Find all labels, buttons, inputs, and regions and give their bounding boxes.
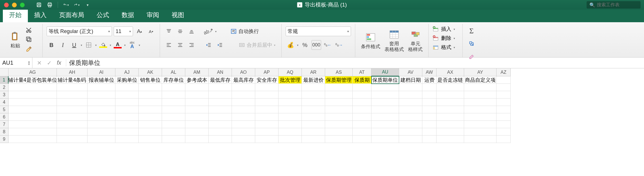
- cell-AW7[interactable]: [422, 121, 437, 128]
- cell-AG5[interactable]: [9, 106, 57, 113]
- col-header-AY[interactable]: AY: [464, 68, 496, 76]
- cell-AM8[interactable]: [185, 128, 209, 136]
- cell-AO9[interactable]: [232, 136, 255, 143]
- cell-AY7[interactable]: [464, 121, 496, 128]
- cell-AY2[interactable]: [464, 84, 496, 91]
- col-header-AG[interactable]: AG: [9, 68, 57, 76]
- cell-AO3[interactable]: [232, 91, 255, 99]
- cell-AI9[interactable]: [88, 136, 115, 143]
- cell-AL2[interactable]: [162, 84, 185, 91]
- cell-AJ3[interactable]: [115, 91, 139, 99]
- col-header-AQ[interactable]: AQ: [279, 68, 302, 76]
- cell-AX8[interactable]: [437, 128, 464, 136]
- col-header-AM[interactable]: AM: [185, 68, 209, 76]
- row-header-6[interactable]: 6: [0, 113, 9, 121]
- cell-AS3[interactable]: [325, 91, 353, 99]
- cell-AG3[interactable]: [9, 91, 57, 99]
- borders-button[interactable]: [84, 40, 94, 50]
- cell-AQ7[interactable]: [279, 121, 302, 128]
- align-left-icon[interactable]: [164, 40, 174, 50]
- cell-AH8[interactable]: [57, 128, 88, 136]
- cell-AS1[interactable]: 保质期管理: [325, 76, 353, 84]
- cell-AL4[interactable]: [162, 99, 185, 106]
- row-header-8[interactable]: 8: [0, 128, 9, 136]
- clear-icon[interactable]: [467, 51, 476, 61]
- cell-AK1[interactable]: 销售单位: [139, 76, 162, 84]
- cell-AU3[interactable]: [371, 91, 399, 99]
- cell-AY3[interactable]: [464, 91, 496, 99]
- tab-page-layout[interactable]: 页面布局: [53, 8, 90, 22]
- cell-AP2[interactable]: [255, 84, 279, 91]
- cell-AI1[interactable]: 报表辅单位: [88, 76, 115, 84]
- decrease-font-icon[interactable]: A▾: [146, 26, 156, 36]
- cell-AJ1[interactable]: 采购单位: [115, 76, 139, 84]
- cell-AO5[interactable]: [232, 106, 255, 113]
- cell-AP3[interactable]: [255, 91, 279, 99]
- row-header-5[interactable]: 5: [0, 106, 9, 113]
- cell-AQ1[interactable]: 批次管理: [279, 76, 302, 84]
- enter-formula-icon[interactable]: ✓: [47, 60, 52, 66]
- cell-AQ5[interactable]: [279, 106, 302, 113]
- cell-AU1[interactable]: 保质期单位: [371, 76, 399, 84]
- col-header-AZ[interactable]: AZ: [496, 68, 511, 76]
- cell-AM3[interactable]: [185, 91, 209, 99]
- cell-AI4[interactable]: [88, 99, 115, 106]
- cell-AJ4[interactable]: [115, 99, 139, 106]
- name-box[interactable]: AU1 ▴▾: [0, 58, 32, 68]
- align-middle-icon[interactable]: [175, 26, 185, 36]
- merge-center-button[interactable]: 合并后居中▾: [237, 40, 277, 50]
- cell-AX3[interactable]: [437, 91, 464, 99]
- save-icon[interactable]: [36, 2, 42, 8]
- font-name-dropdown[interactable]: 等线 Regular (正文)▾: [47, 26, 112, 36]
- format-as-table-button[interactable]: 套用 表格格式: [383, 25, 406, 56]
- cell-AT6[interactable]: [353, 113, 371, 121]
- cell-AV5[interactable]: [399, 106, 422, 113]
- cell-AH6[interactable]: [57, 113, 88, 121]
- bold-button[interactable]: B: [47, 40, 56, 50]
- decrease-indent-icon[interactable]: [204, 40, 213, 50]
- cell-AU4[interactable]: [371, 99, 399, 106]
- cell-AZ1[interactable]: [496, 76, 511, 84]
- col-header-AX[interactable]: AX: [437, 68, 464, 76]
- cell-AJ5[interactable]: [115, 106, 139, 113]
- format-cells-button[interactable]: 格式▾: [433, 44, 458, 51]
- formula-input[interactable]: 保质期单位: [66, 59, 644, 67]
- cell-AU2[interactable]: [371, 84, 399, 91]
- cell-AW5[interactable]: [422, 106, 437, 113]
- cell-AN8[interactable]: [209, 128, 232, 136]
- col-header-AV[interactable]: AV: [399, 68, 422, 76]
- align-bottom-icon[interactable]: [187, 26, 196, 36]
- cell-AZ9[interactable]: [496, 136, 511, 143]
- cell-AW8[interactable]: [422, 128, 437, 136]
- col-header-AP[interactable]: AP: [255, 68, 279, 76]
- cell-AZ4[interactable]: [496, 99, 511, 106]
- fill-color-button[interactable]: [98, 40, 108, 50]
- cell-AH3[interactable]: [57, 91, 88, 99]
- col-header-AI[interactable]: AI: [88, 68, 115, 76]
- cell-AM4[interactable]: [185, 99, 209, 106]
- tab-formulas[interactable]: 公式: [90, 8, 115, 22]
- maximize-window-button[interactable]: [20, 3, 25, 7]
- underline-button[interactable]: U: [69, 40, 79, 50]
- cell-AX9[interactable]: [437, 136, 464, 143]
- cell-AL1[interactable]: 库存单位: [162, 76, 185, 84]
- cell-AT5[interactable]: [353, 106, 371, 113]
- cell-AP1[interactable]: 安全库存: [255, 76, 279, 84]
- increase-font-icon[interactable]: A▴: [135, 26, 144, 36]
- percent-icon[interactable]: %: [300, 40, 310, 50]
- cell-AL7[interactable]: [162, 121, 185, 128]
- col-header-AH[interactable]: AH: [57, 68, 88, 76]
- cell-AR1[interactable]: 最新进价: [302, 76, 325, 84]
- cell-AY8[interactable]: [464, 128, 496, 136]
- paste-button[interactable]: 粘贴: [7, 24, 24, 55]
- cell-AL3[interactable]: [162, 91, 185, 99]
- cell-AL5[interactable]: [162, 106, 185, 113]
- copy-icon[interactable]: [25, 35, 33, 43]
- cell-AQ9[interactable]: [279, 136, 302, 143]
- cell-AM5[interactable]: [185, 106, 209, 113]
- cell-AG7[interactable]: [9, 121, 57, 128]
- cell-AR7[interactable]: [302, 121, 325, 128]
- cell-AG6[interactable]: [9, 113, 57, 121]
- undo-icon[interactable]: ▾: [63, 2, 69, 8]
- col-header-AN[interactable]: AN: [209, 68, 232, 76]
